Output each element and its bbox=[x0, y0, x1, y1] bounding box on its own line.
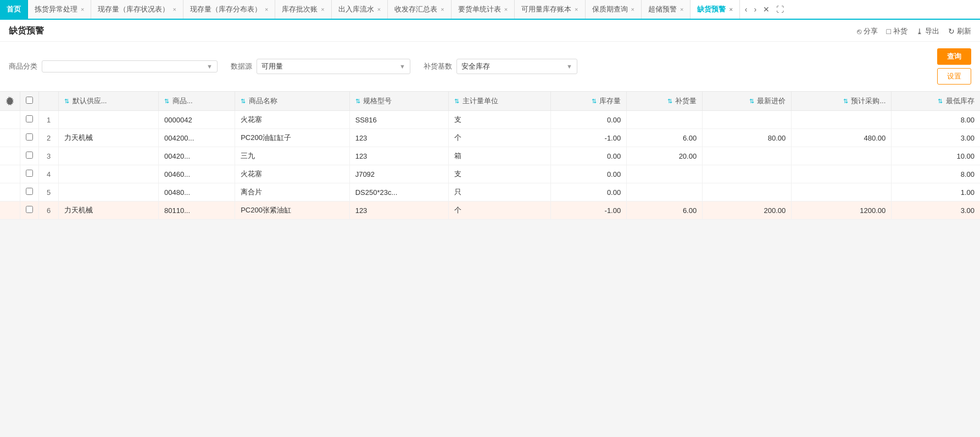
row-name-cell: 离合片 bbox=[235, 183, 349, 201]
row-sku-cell: 00420... bbox=[159, 147, 235, 165]
table-row: 5 00480... 离合片 DS250*23c... 只 0.00 1.00 bbox=[0, 183, 980, 201]
tab-inventory-dist[interactable]: 现存量（库存分布表） × bbox=[183, 0, 275, 19]
row-unit-cell: 个 bbox=[449, 201, 551, 220]
est-purchase-sort-icon: ⇅ bbox=[843, 98, 848, 104]
row-sku-cell: 0000042 bbox=[159, 111, 235, 129]
tab-exception[interactable]: 拣货异常处理 × bbox=[28, 0, 91, 19]
col-header-gear[interactable] bbox=[0, 92, 20, 111]
col-header-stock[interactable]: ⇅ 库存量 bbox=[551, 92, 627, 111]
tab-inout[interactable]: 出入库流水 × bbox=[332, 0, 388, 19]
row-check-cell[interactable] bbox=[20, 201, 39, 220]
replenish-base-select[interactable]: 安全库存 ▼ bbox=[456, 59, 577, 74]
row-supplier-cell: 力天机械 bbox=[59, 201, 159, 220]
tab-batch[interactable]: 库存批次账 × bbox=[275, 0, 331, 19]
row-unit-cell: 支 bbox=[449, 165, 551, 183]
replenish-label: 补货 bbox=[893, 26, 907, 36]
row-gear-cell bbox=[0, 201, 20, 220]
refresh-action[interactable]: ↻ 刷新 bbox=[948, 26, 971, 36]
replenish-base-value: 安全库存 bbox=[461, 61, 490, 71]
query-button[interactable]: 查询 bbox=[937, 48, 971, 65]
tab-expand-icon[interactable]: ⛶ bbox=[773, 4, 787, 15]
tab-demand[interactable]: 要货单统计表 × bbox=[452, 0, 515, 19]
row-latest-price-cell bbox=[703, 147, 792, 165]
replenish-action[interactable]: □ 补货 bbox=[887, 26, 907, 36]
row-min-stock-cell: 8.00 bbox=[892, 165, 980, 183]
col-header-est-purchase[interactable]: ⇅ 预计采购... bbox=[792, 92, 892, 111]
row-num-cell: 4 bbox=[39, 165, 59, 183]
table-row: 2 力天机械 004200... PC200油缸缸子 123 个 -1.00 6… bbox=[0, 129, 980, 147]
row-check-cell[interactable] bbox=[20, 129, 39, 147]
close-tab-available[interactable]: × bbox=[575, 6, 578, 13]
row-num-cell: 3 bbox=[39, 147, 59, 165]
row-checkbox[interactable] bbox=[26, 152, 33, 159]
row-check-cell[interactable] bbox=[20, 183, 39, 201]
col-header-check[interactable] bbox=[20, 92, 39, 111]
close-tab-demand[interactable]: × bbox=[504, 6, 508, 13]
table-wrapper: ⇅ 默认供应... ⇅ 商品... ⇅ 商品名称 ⇅ 规格型号 bbox=[0, 91, 980, 220]
col-header-spec[interactable]: ⇅ 规格型号 bbox=[349, 92, 449, 111]
tab-expiry[interactable]: 保质期查询 × bbox=[586, 0, 642, 19]
row-check-cell[interactable] bbox=[20, 147, 39, 165]
datasource-select[interactable]: 可用量 ▼ bbox=[257, 59, 410, 74]
col-header-supplier[interactable]: ⇅ 默认供应... bbox=[59, 92, 159, 111]
category-filter-group: 商品分类 ▼ bbox=[9, 60, 218, 72]
row-checkbox[interactable] bbox=[26, 115, 33, 122]
close-tab-overstock[interactable]: × bbox=[680, 6, 683, 13]
row-gear-cell bbox=[0, 183, 20, 201]
row-checkbox[interactable] bbox=[26, 170, 33, 177]
row-check-cell[interactable] bbox=[20, 165, 39, 183]
tab-next-icon[interactable]: › bbox=[751, 4, 759, 15]
row-latest-price-cell bbox=[703, 165, 792, 183]
row-min-stock-cell: 1.00 bbox=[892, 183, 980, 201]
settings-button[interactable]: 设置 bbox=[937, 68, 971, 85]
export-action[interactable]: ⤓ 导出 bbox=[916, 26, 939, 36]
table-row: 3 00420... 三九 123 箱 0.00 20.00 10.00 bbox=[0, 147, 980, 165]
tab-overstock[interactable]: 超储预警 × bbox=[642, 0, 691, 19]
row-stock-cell: 0.00 bbox=[551, 111, 627, 129]
row-check-cell[interactable] bbox=[20, 111, 39, 129]
row-checkbox[interactable] bbox=[26, 188, 33, 195]
tab-prev-icon[interactable]: ‹ bbox=[742, 4, 750, 15]
tab-collect[interactable]: 收发存汇总表 × bbox=[388, 0, 451, 19]
replenish-base-filter-group: 补货基数 安全库存 ▼ bbox=[424, 59, 577, 74]
close-tab-shortage[interactable]: × bbox=[729, 6, 732, 13]
share-action[interactable]: ⎋ 分享 bbox=[857, 26, 878, 36]
col-header-latest-price[interactable]: ⇅ 最新进价 bbox=[703, 92, 792, 111]
row-est-purchase-cell bbox=[792, 183, 892, 201]
tab-home[interactable]: 首页 bbox=[0, 0, 28, 19]
category-select[interactable]: ▼ bbox=[42, 60, 218, 72]
tab-inventory-status-label: 现存量（库存状况表） bbox=[98, 4, 169, 14]
row-checkbox[interactable] bbox=[26, 206, 33, 213]
close-tab-collect[interactable]: × bbox=[441, 6, 444, 13]
col-header-unit[interactable]: ⇅ 主计量单位 bbox=[449, 92, 551, 111]
row-replenish-cell: 20.00 bbox=[627, 147, 703, 165]
close-tab-inventory-status[interactable]: × bbox=[172, 6, 176, 13]
row-spec-cell: 123 bbox=[349, 129, 449, 147]
row-unit-cell: 箱 bbox=[449, 147, 551, 165]
col-header-sku[interactable]: ⇅ 商品... bbox=[159, 92, 235, 111]
col-header-min-stock[interactable]: ⇅ 最低库存 bbox=[892, 92, 980, 111]
row-checkbox[interactable] bbox=[26, 133, 33, 141]
replenish-base-arrow-icon: ▼ bbox=[566, 63, 572, 70]
replenish-sort-icon: ⇅ bbox=[667, 98, 672, 104]
export-icon: ⤓ bbox=[916, 27, 923, 36]
select-all-checkbox[interactable] bbox=[26, 97, 33, 104]
row-latest-price-cell: 200.00 bbox=[703, 201, 792, 220]
col-header-name[interactable]: ⇅ 商品名称 bbox=[235, 92, 349, 111]
row-latest-price-cell bbox=[703, 111, 792, 129]
tab-available[interactable]: 可用量库存账本 × bbox=[515, 0, 585, 19]
close-tab-inout[interactable]: × bbox=[377, 6, 381, 13]
col-header-replenish[interactable]: ⇅ 补货量 bbox=[627, 92, 703, 111]
row-stock-cell: -1.00 bbox=[551, 201, 627, 220]
close-tab-exception[interactable]: × bbox=[81, 6, 84, 13]
tab-inventory-status[interactable]: 现存量（库存状况表） × bbox=[91, 0, 183, 19]
spec-sort-icon: ⇅ bbox=[355, 98, 360, 104]
row-min-stock-cell: 10.00 bbox=[892, 147, 980, 165]
close-tab-batch[interactable]: × bbox=[321, 6, 324, 13]
close-tab-inventory-dist[interactable]: × bbox=[265, 6, 268, 13]
tab-shortage[interactable]: 缺货预警 × bbox=[691, 0, 739, 19]
row-spec-cell: 123 bbox=[349, 201, 449, 220]
page-content: 缺货预警 ⎋ 分享 □ 补货 ⤓ 导出 ↻ 刷新 商品分类 bbox=[0, 20, 980, 220]
close-tab-expiry[interactable]: × bbox=[631, 6, 634, 13]
tab-close-all-icon[interactable]: ✕ bbox=[760, 4, 772, 15]
